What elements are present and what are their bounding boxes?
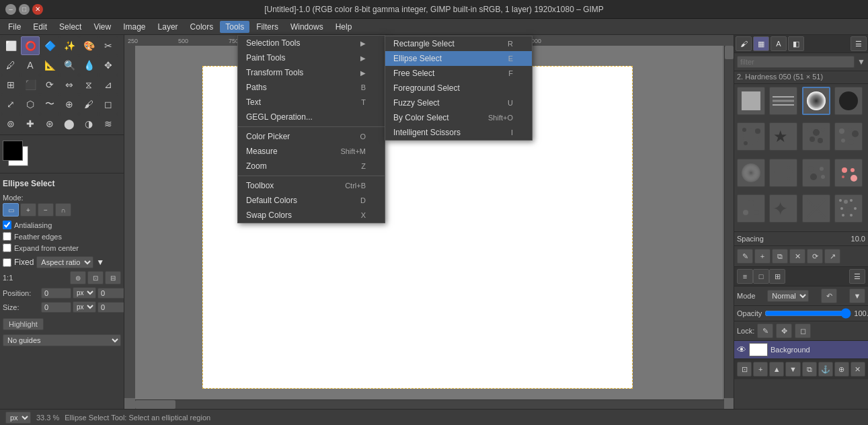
- size-unit-select[interactable]: px: [73, 301, 96, 313]
- layer-new-btn[interactable]: +: [753, 362, 768, 377]
- tool-shear[interactable]: ⧖: [79, 75, 98, 94]
- tool-crop[interactable]: ⬛: [21, 75, 40, 94]
- menu-rect-select[interactable]: Rectangle Select R: [385, 36, 532, 51]
- scrollbar-thumb-h[interactable]: [135, 400, 175, 409]
- brush-filter-input[interactable]: [737, 56, 855, 68]
- tool-text[interactable]: A: [21, 56, 40, 75]
- expand-center-label[interactable]: Expand from center: [14, 244, 79, 252]
- tools-paint-tools-item[interactable]: Paint Tools ▶: [238, 50, 385, 65]
- menu-select[interactable]: Select: [54, 21, 87, 33]
- tool-color-picker[interactable]: 💧: [79, 56, 98, 75]
- tools-measure-item[interactable]: Measure Shift+M: [238, 144, 385, 159]
- mode-add-btn[interactable]: +: [20, 203, 36, 217]
- menu-tools[interactable]: Tools: [220, 21, 249, 33]
- foreground-color-swatch[interactable]: [3, 141, 23, 161]
- menu-view[interactable]: View: [88, 21, 116, 33]
- layer-merge-btn[interactable]: ⊕: [834, 362, 849, 377]
- lock-alpha-btn[interactable]: ◻: [795, 323, 811, 338]
- highlight-button[interactable]: Highlight: [3, 318, 44, 330]
- panel-menu-btn[interactable]: ☰: [851, 36, 867, 51]
- brush-delete-btn[interactable]: ✕: [789, 249, 805, 264]
- tools-swap-colors-item[interactable]: Swap Colors X: [238, 208, 385, 223]
- layer-new-from-visible-btn[interactable]: ⊡: [737, 362, 752, 377]
- tools-transform-tools-item[interactable]: Transform Tools ▶: [238, 65, 385, 80]
- position-y-input[interactable]: [97, 288, 124, 299]
- tool-cage[interactable]: ⬡: [21, 95, 40, 114]
- menu-filters[interactable]: Filters: [251, 21, 284, 33]
- aspect-ratio-select[interactable]: Aspect ratio: [36, 256, 93, 268]
- tool-heal[interactable]: ✚: [21, 114, 40, 133]
- brush-export-btn[interactable]: ↗: [824, 249, 840, 264]
- mode-extra-btn[interactable]: ▼: [849, 288, 865, 303]
- brush-refresh-btn[interactable]: ⟳: [807, 249, 823, 264]
- tool-dodge[interactable]: ◑: [79, 114, 98, 133]
- tools-paths-item[interactable]: Paths B: [238, 80, 385, 95]
- tool-clone[interactable]: ⊚: [1, 114, 20, 133]
- tools-gegl-item[interactable]: GEGL Operation...: [238, 110, 385, 124]
- menu-file[interactable]: File: [3, 21, 26, 33]
- antialiasing-checkbox[interactable]: [3, 221, 11, 229]
- menu-colors[interactable]: Colors: [185, 21, 219, 33]
- expand-center-checkbox[interactable]: [3, 243, 11, 252]
- tab-fonts[interactable]: A: [771, 36, 787, 51]
- tools-default-colors-item[interactable]: Default Colors D: [238, 193, 385, 208]
- zoom-fit-btn[interactable]: ⊡: [87, 271, 104, 284]
- tool-perspective[interactable]: ⊿: [99, 75, 118, 94]
- feather-label[interactable]: Feather edges: [14, 233, 62, 241]
- tools-toolbox-item[interactable]: Toolbox Ctrl+B: [238, 178, 385, 193]
- brush-cell-6[interactable]: ★: [769, 122, 797, 151]
- tab-gradients[interactable]: ◧: [788, 36, 804, 51]
- menu-ellipse-select[interactable]: Ellipse Select E: [385, 51, 532, 66]
- brush-cell-4[interactable]: [834, 87, 863, 115]
- tool-paths[interactable]: 🖊: [1, 56, 20, 75]
- unit-select[interactable]: px: [5, 412, 31, 424]
- tools-selection-tools-item[interactable]: Selection Tools ▶ Rectangle Select R Ell…: [238, 36, 385, 50]
- size-height-input[interactable]: [97, 302, 124, 313]
- antialiasing-label[interactable]: Antialiasing: [14, 221, 52, 229]
- brush-cell-8[interactable]: [834, 122, 863, 151]
- scrollbar-horizontal[interactable]: [135, 399, 724, 409]
- scrollbar-thumb-v[interactable]: [725, 46, 734, 59]
- zoom-reset-btn[interactable]: ⊚: [70, 271, 86, 284]
- tool-perspective-clone[interactable]: ⊛: [40, 114, 59, 133]
- brush-cell-9[interactable]: [737, 159, 765, 187]
- tool-align[interactable]: ⊞: [1, 75, 20, 94]
- menu-windows[interactable]: Windows: [285, 21, 329, 33]
- menu-help[interactable]: Help: [330, 21, 358, 33]
- brush-cell-10[interactable]: [769, 159, 797, 187]
- tool-scale[interactable]: ⇔: [60, 75, 79, 94]
- tool-blur[interactable]: ⬤: [60, 114, 79, 133]
- tool-warp[interactable]: 〜: [40, 95, 59, 114]
- brush-cell-1[interactable]: [737, 87, 765, 115]
- lock-position-btn[interactable]: ✥: [776, 323, 792, 338]
- brush-cell-5[interactable]: [737, 122, 765, 151]
- menu-fuzzy-select[interactable]: Fuzzy Select U: [385, 95, 532, 110]
- tool-zoom[interactable]: 🔍: [60, 56, 79, 75]
- menu-by-color-select[interactable]: By Color Select Shift+O: [385, 110, 532, 125]
- brush-cell-16[interactable]: [834, 194, 863, 223]
- tab-patterns[interactable]: ▦: [753, 36, 769, 51]
- maximize-btn[interactable]: □: [19, 4, 30, 15]
- layer-tab-2[interactable]: □: [753, 269, 769, 284]
- scrollbar-vertical[interactable]: [724, 46, 734, 398]
- tools-color-picker-item[interactable]: Color Picker O: [238, 129, 385, 144]
- feather-checkbox[interactable]: [3, 232, 11, 241]
- position-x-input[interactable]: [41, 288, 71, 299]
- position-unit-select[interactable]: px: [73, 287, 96, 299]
- tool-smudge[interactable]: ≋: [99, 114, 118, 133]
- blend-mode-select[interactable]: Normal: [767, 290, 809, 302]
- brush-cell-15[interactable]: [802, 194, 830, 223]
- menu-edit[interactable]: Edit: [28, 21, 52, 33]
- mode-subtract-btn[interactable]: −: [38, 203, 54, 217]
- size-width-input[interactable]: [41, 302, 71, 313]
- tools-text-item[interactable]: Text T: [238, 95, 385, 110]
- mode-intersect-btn[interactable]: ∩: [55, 203, 71, 217]
- menu-intelligent-scissors[interactable]: Intelligent Scissors I: [385, 125, 532, 140]
- menu-fg-select[interactable]: Foreground Select: [385, 81, 532, 95]
- mode-reset-btn[interactable]: ↶: [821, 288, 837, 303]
- brush-cell-3[interactable]: [802, 87, 830, 115]
- feather-row[interactable]: Feather edges: [3, 231, 121, 242]
- layer-lower-btn[interactable]: ▼: [785, 362, 800, 377]
- layer-row-bg[interactable]: 👁 Background: [734, 341, 868, 358]
- minimize-btn[interactable]: –: [5, 4, 16, 15]
